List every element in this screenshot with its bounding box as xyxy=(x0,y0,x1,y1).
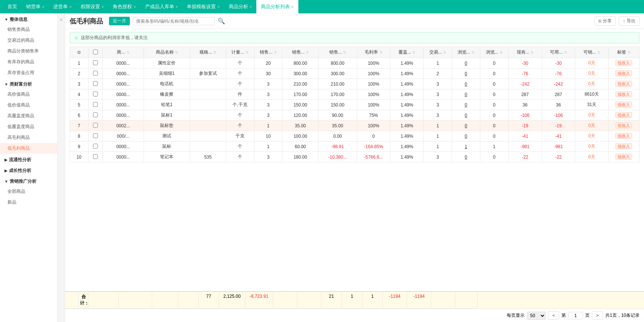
th-settings[interactable]: ⚙ xyxy=(70,47,89,58)
th-name[interactable]: 商品名称 ⇅ xyxy=(144,47,190,58)
sidebar-item-high-value[interactable]: 高价值商品 xyxy=(0,89,57,100)
sidebar-item-category-rate[interactable]: 商品分类销售率 xyxy=(0,46,57,57)
search-button[interactable]: 🔍 xyxy=(218,17,225,25)
page-input[interactable] xyxy=(568,312,583,319)
th-code[interactable]: 商... ⇅ xyxy=(103,47,144,58)
footer-browse1: 1 xyxy=(342,292,362,309)
browse1-link[interactable]: 0 xyxy=(465,113,467,118)
row-checkbox[interactable] xyxy=(93,123,98,128)
row-code: 0000... xyxy=(103,110,144,121)
th-browse1[interactable]: 浏览... ⇅ xyxy=(452,47,480,58)
row-unit: 个 xyxy=(226,68,254,79)
sidebar-group-growth[interactable]: ▶ 成长性分析 xyxy=(0,165,57,175)
th-coverage[interactable]: 覆盖... ⇅ xyxy=(390,47,424,58)
row-available: -22 xyxy=(542,152,575,162)
sidebar-item-all-goods[interactable]: 全部商品 xyxy=(0,186,57,197)
sidebar-item-stock-funds[interactable]: 库存资金占用 xyxy=(0,67,57,78)
sidebar-item-high-margin[interactable]: 高毛利商品 xyxy=(0,132,57,143)
row-checkbox[interactable] xyxy=(93,144,98,149)
close-permission-icon[interactable]: × xyxy=(102,4,104,9)
row-checkbox[interactable] xyxy=(93,133,98,138)
row-checkbox[interactable] xyxy=(93,71,98,76)
browse1-link[interactable]: 0 xyxy=(465,71,467,76)
sidebar-item-sales-goods[interactable]: 销售类商品 xyxy=(0,24,57,35)
close-purchase-icon[interactable]: × xyxy=(69,4,71,9)
sidebar-item-low-value[interactable]: 低价值商品 xyxy=(0,100,57,111)
row-checkbox[interactable] xyxy=(93,92,98,96)
table-row: 8000/...测试千克10100.000.0001.49%100-41-410… xyxy=(70,131,640,141)
sidebar-item-stock-goods[interactable]: 有库存的商品 xyxy=(0,57,57,67)
nav-sales[interactable]: 销货单 × xyxy=(22,0,49,13)
close-product-icon[interactable]: × xyxy=(176,4,178,9)
sidebar-item-low-coverage[interactable]: 低覆盖度商品 xyxy=(0,121,57,132)
row-browse2: 0 xyxy=(480,121,508,131)
th-sales-qty[interactable]: 销售... ⇅ xyxy=(254,47,282,58)
row-checkbox[interactable] xyxy=(93,102,98,107)
row-checkbox[interactable] xyxy=(93,154,98,159)
sidebar-item-new-goods[interactable]: 新品 xyxy=(0,197,57,208)
th-margin[interactable]: 毛利率 ⇅ xyxy=(357,47,390,58)
row-index: 5 xyxy=(70,100,89,110)
sidebar-group-wealth[interactable]: ▼ 类财富分析 xyxy=(0,78,57,89)
th-current[interactable]: 现有... ⇅ xyxy=(508,47,542,58)
browse1-link[interactable]: 0 xyxy=(465,154,467,160)
row-checkbox[interactable] xyxy=(93,60,98,65)
sidebar-toggle[interactable]: « xyxy=(58,13,65,322)
sidebar-item-high-coverage[interactable]: 高覆盖度商品 xyxy=(0,111,57,121)
sidebar-group-overall[interactable]: ▼ 整体信息 xyxy=(0,13,57,24)
th-checkbox[interactable] xyxy=(88,47,103,58)
nav-analysis[interactable]: 商品分析 × xyxy=(224,0,256,13)
row-name: 属性定价 xyxy=(144,58,190,68)
close-template-icon[interactable]: × xyxy=(217,4,220,9)
th-spec[interactable]: 规格... ⇅ xyxy=(190,47,226,58)
th-sales-price[interactable]: 销售... ⇅ xyxy=(282,47,318,58)
close-analysis-icon[interactable]: × xyxy=(250,4,252,9)
row-browse2: 0 xyxy=(480,100,508,110)
th-sales-amt[interactable]: 销售... ⇅ xyxy=(318,47,357,58)
nav-template[interactable]: 单据模板设置 × xyxy=(182,0,224,13)
select-all-checkbox[interactable] xyxy=(93,50,98,54)
sidebar-item-low-margin[interactable]: 低毛利商品 xyxy=(0,143,57,154)
row-spec xyxy=(190,58,226,68)
sidebar-group-marketing[interactable]: ▼ 营销推广分析 xyxy=(0,175,57,186)
browse1-link[interactable]: 0 xyxy=(465,134,467,139)
browse1-link[interactable]: 0 xyxy=(465,92,467,97)
sidebar-item-traded-goods[interactable]: 交易过的商品 xyxy=(0,35,57,46)
nav-role[interactable]: 角色授权 × xyxy=(108,0,140,13)
browse1-link[interactable]: 0 xyxy=(465,102,467,108)
nav-purchase[interactable]: 进货单 × xyxy=(49,0,76,13)
th-unit[interactable]: 计量... ⇅ xyxy=(226,47,254,58)
row-checkbox[interactable] xyxy=(93,112,98,117)
th-available[interactable]: 可用... ⇅ xyxy=(542,47,575,58)
browse1-link[interactable]: 0 xyxy=(465,82,467,87)
nav-analysis-list[interactable]: 商品分析列表 × xyxy=(256,0,298,13)
table-container[interactable]: ⚙ 商... ⇅ 商品名称 ⇅ 规格... ⇅ 计量... ⇅ 销售... ⇅ … xyxy=(65,47,644,291)
prev-page-button[interactable]: ＜ xyxy=(548,311,559,320)
row-unit: 件 xyxy=(226,89,254,100)
pagination-bar: 每页显示 50 100 ＜ 第 页 ＞ 共1页，10条记录 xyxy=(65,309,644,322)
close-analysis-list-icon[interactable]: × xyxy=(291,4,294,9)
browse1-link[interactable]: 1 xyxy=(465,144,467,149)
page-size-select[interactable]: 50 100 xyxy=(527,312,546,320)
nav-product-entry[interactable]: 产成品入库单 × xyxy=(141,0,182,13)
nav-permission[interactable]: 权限设置 × xyxy=(76,0,108,13)
row-browse1: 0 xyxy=(452,89,480,100)
settings-icon[interactable]: ⚙ xyxy=(77,50,81,55)
next-page-button[interactable]: ＞ xyxy=(592,311,603,320)
date-filter-button[interactable]: 近一月 xyxy=(109,17,130,25)
row-checkbox[interactable] xyxy=(93,81,98,86)
nav-home[interactable]: 首页 xyxy=(3,0,22,13)
th-label[interactable]: 标签 ⇅ xyxy=(608,47,639,58)
th-saleable[interactable]: 可销... ⇅ xyxy=(575,47,609,58)
th-trade[interactable]: 交易... ⇅ xyxy=(424,47,452,58)
search-input[interactable] xyxy=(133,17,215,25)
close-sales-icon[interactable]: × xyxy=(42,4,44,9)
browse1-link[interactable]: 0 xyxy=(465,123,467,128)
th-browse2[interactable]: 浏览... ⇅ xyxy=(480,47,508,58)
share-button[interactable]: ⎘ 分享 xyxy=(595,16,616,26)
export-button[interactable]: ↑ 导出 xyxy=(619,16,640,26)
sidebar-group-circulation[interactable]: ▶ 流通性分析 xyxy=(0,154,57,165)
browse1-link[interactable]: 0 xyxy=(465,61,467,66)
row-index: 3 xyxy=(70,79,89,89)
close-role-icon[interactable]: × xyxy=(134,4,136,9)
